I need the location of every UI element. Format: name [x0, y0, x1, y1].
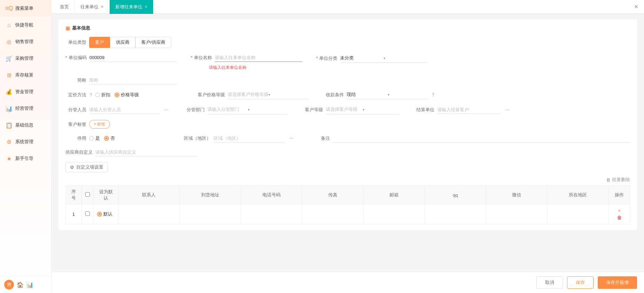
- cell-default: 默认: [93, 204, 118, 224]
- radio-disabled-no[interactable]: 否: [104, 135, 115, 141]
- unit-type-field: 单位类型 客户 供应商 客户/供应商: [65, 37, 630, 48]
- main-area: 首页 往来单位 ✕ 新增往来单位 ✕ ✕ ▣ 基本信息 单位类型 客户: [52, 0, 644, 293]
- col-checkbox[interactable]: [81, 186, 93, 204]
- del-row-button[interactable]: 🗑: [615, 214, 623, 221]
- sidebar-item-sales[interactable]: ◎ 销售管理: [0, 33, 51, 50]
- col-seq: 序号: [66, 186, 82, 204]
- qq-input[interactable]: [428, 212, 482, 217]
- pricing-method-label: 定价方法: [65, 92, 86, 98]
- sidebar-item-system[interactable]: ⚙ 系统管理: [0, 133, 51, 150]
- radio-discount[interactable]: 折扣: [95, 92, 110, 98]
- guide-icon: ★: [6, 155, 13, 162]
- settlement-more-btn[interactable]: ···: [504, 107, 511, 113]
- disabled-radio-group: 是 否: [89, 135, 115, 141]
- btn-supplier[interactable]: 供应商: [110, 37, 135, 48]
- unit-name-error: 请输入往来单位名称: [209, 65, 246, 70]
- fax-input[interactable]: [306, 212, 360, 217]
- row-checkbox[interactable]: [85, 211, 90, 216]
- custom-settings-label: 自定义项设置: [76, 164, 103, 170]
- tab-home[interactable]: 首页: [54, 0, 75, 14]
- sidebar-item-label: 经营管理: [15, 105, 33, 112]
- radio-price-level-label: 价格等级: [121, 92, 139, 98]
- btn-both[interactable]: 客户/供应商: [135, 37, 171, 48]
- cancel-button[interactable]: 取消: [536, 276, 563, 289]
- unit-category-field: 单位分类 未分类 ▾: [316, 54, 427, 63]
- select-all-checkbox[interactable]: [85, 192, 90, 197]
- payment-terms-select[interactable]: 现结 ▾: [347, 90, 429, 99]
- cell-email[interactable]: [363, 204, 425, 224]
- sidebar-item-label: 新手引导: [15, 155, 33, 162]
- custom-settings-button[interactable]: ⚙ 自定义项设置: [65, 162, 108, 172]
- manager-more-btn[interactable]: ···: [163, 107, 170, 113]
- payment-terms-field: 收款条件 现结 ▾ ?: [323, 90, 434, 99]
- row-region-input[interactable]: [551, 212, 605, 217]
- unit-name-input[interactable]: [215, 54, 302, 62]
- email-input[interactable]: [367, 212, 421, 217]
- department-select[interactable]: 请输入分管部门 ▾: [207, 105, 288, 114]
- department-label: 分管部门: [184, 107, 205, 113]
- manager-row: 分管人员 ··· 分管部门 请输入分管部门 ▾ 客户等级 请选择客户等级 ▾: [65, 105, 630, 114]
- save-new-button[interactable]: 保存并新增: [598, 276, 637, 289]
- payment-help-icon[interactable]: ?: [432, 92, 434, 97]
- sidebar-item-finance[interactable]: 💰 资金管理: [0, 83, 51, 100]
- address-input[interactable]: [183, 212, 237, 217]
- cell-row-region[interactable]: [547, 204, 608, 224]
- add-row-button[interactable]: +: [616, 207, 622, 214]
- close-all-tabs[interactable]: ✕: [631, 3, 641, 10]
- pricing-radio-group: 折扣 价格等级: [95, 92, 139, 98]
- wechat-input[interactable]: [490, 212, 544, 217]
- supplier-custom-input[interactable]: [95, 148, 198, 156]
- short-name-input[interactable]: [89, 76, 177, 84]
- unit-code-input[interactable]: [89, 54, 177, 62]
- sidebar-item-operations[interactable]: 📊 经营管理: [0, 100, 51, 117]
- cell-seq: 1: [66, 204, 82, 224]
- cell-contact[interactable]: [118, 204, 180, 224]
- cell-checkbox[interactable]: [81, 204, 93, 224]
- contact-input[interactable]: [122, 212, 176, 217]
- cell-qq[interactable]: [425, 204, 486, 224]
- save-button[interactable]: 保存: [567, 276, 594, 289]
- unit-type-row: 单位类型 客户 供应商 客户/供应商: [65, 37, 630, 48]
- unit-category-select[interactable]: 未分类 ▾: [340, 54, 427, 63]
- sidebar-item-purchase[interactable]: 🛒 采购管理: [0, 50, 51, 67]
- cell-address[interactable]: [180, 204, 241, 224]
- add-tag-button[interactable]: + 标签: [89, 120, 110, 129]
- remark-input[interactable]: [333, 134, 630, 143]
- pricing-help-icon[interactable]: ?: [90, 92, 92, 97]
- region-input[interactable]: [214, 134, 285, 143]
- tab-new-partner[interactable]: 新增往来单位 ✕: [110, 0, 154, 14]
- customer-price-level-select[interactable]: 请选择客户价格等级 ▾: [228, 90, 309, 99]
- sidebar-item-basic-info[interactable]: 📋 基础信息: [0, 117, 51, 133]
- footer-icon-chart[interactable]: 📊: [26, 282, 33, 288]
- unit-name-field: 单位名称 请输入往来单位名称: [191, 54, 302, 71]
- sidebar-item-guide[interactable]: ★ 新手引导: [0, 150, 51, 167]
- sidebar-item-quick-nav[interactable]: ⌂ 快捷导航: [0, 17, 51, 33]
- cell-wechat[interactable]: [486, 204, 547, 224]
- unit-type-label: 单位类型: [65, 39, 86, 46]
- region-more-btn[interactable]: ···: [288, 135, 295, 141]
- tab-new-partner-close[interactable]: ✕: [144, 5, 148, 9]
- radio-disabled-yes[interactable]: 是: [89, 135, 100, 141]
- tab-partner-list[interactable]: 往来单位 ✕: [75, 0, 110, 14]
- manager-input[interactable]: [89, 106, 160, 114]
- settlement-unit-input[interactable]: [437, 106, 501, 114]
- sidebar-item-inventory[interactable]: ⊞ 库存核算: [0, 67, 51, 83]
- row-default-dot: [97, 212, 102, 217]
- tab-home-label: 首页: [60, 4, 69, 10]
- customer-level-select[interactable]: 请选择客户等级 ▾: [326, 105, 400, 114]
- cell-phone[interactable]: [241, 204, 302, 224]
- batch-delete-label: 批量删除: [612, 177, 630, 183]
- footer-icon-home[interactable]: 🏠: [17, 282, 24, 288]
- settlement-unit-field: 结算单位 ···: [414, 106, 511, 114]
- radio-price-level[interactable]: 价格等级: [115, 92, 139, 98]
- pricing-method-field: 定价方法 ? 折扣 价格等级: [65, 92, 184, 98]
- phone-input[interactable]: [244, 212, 298, 217]
- sidebar-item-search[interactable]: ≡Q 搜索菜单: [0, 0, 51, 17]
- short-name-label: 简称: [65, 77, 86, 83]
- disabled-field: 停用 是 否: [65, 135, 170, 141]
- batch-delete-button[interactable]: 🗑 批量删除: [606, 177, 630, 183]
- btn-customer[interactable]: 客户: [89, 37, 110, 48]
- cell-fax[interactable]: [302, 204, 363, 224]
- row-default-radio[interactable]: 默认: [97, 211, 115, 217]
- tab-partner-list-close[interactable]: ✕: [101, 5, 104, 9]
